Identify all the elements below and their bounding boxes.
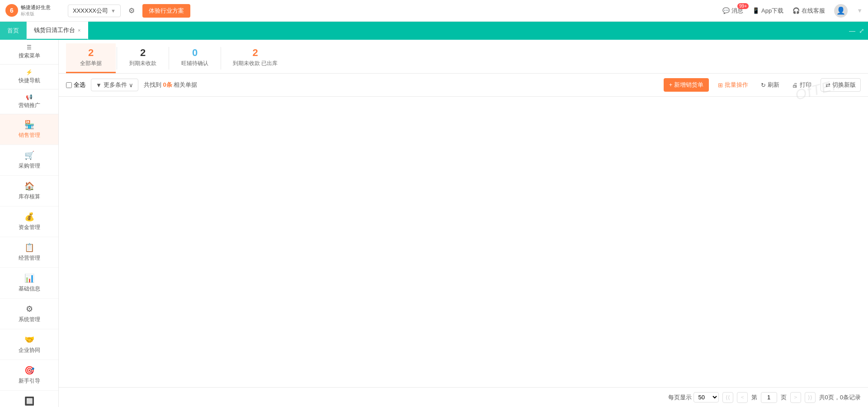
close-icon[interactable]: × — [78, 28, 80, 33]
message-badge: 99+ — [737, 3, 749, 9]
batch-label: 批量操作 — [725, 81, 748, 89]
sidebar-item-purchase[interactable]: 🛒 采购管理 — [0, 145, 58, 176]
service-icon: 🎧 — [793, 7, 800, 14]
purchase-icon: 🛒 — [24, 150, 34, 160]
add-order-button[interactable]: + 新增销货单 — [664, 78, 709, 92]
online-service-item[interactable]: 🎧 在线客服 — [793, 7, 825, 15]
tab-active[interactable]: 钱货日清工作台 × — [27, 22, 88, 40]
sidebar-item-operations[interactable]: 📋 经营管理 — [0, 237, 58, 268]
marketing-icon: 📢 — [26, 94, 33, 100]
app-download-label: App下载 — [761, 7, 783, 15]
batch-operation-button[interactable]: ⊞ 批量操作 — [714, 79, 752, 91]
company-selector[interactable]: XXXXXX公司 ▼ — [68, 5, 121, 17]
top-header: 6 畅捷通好生意 标准版 XXXXXX公司 ▼ ⚙ 体验行业方案 💬 消息 99… — [0, 0, 868, 22]
minimize-icon[interactable]: — — [849, 27, 855, 34]
sidebar-quick-nav-label: 快捷导航 — [19, 77, 40, 84]
filter-icon: ▼ — [96, 82, 102, 89]
total-info: 共0页，0条记录 — [819, 393, 861, 402]
stat-number-2: 0 — [192, 47, 198, 59]
tab-home[interactable]: 首页 — [0, 22, 27, 40]
company-name: XXXXXX公司 — [73, 7, 108, 15]
app-center-icon: 🔲 — [24, 396, 34, 406]
print-label: 打印 — [800, 81, 811, 89]
stat-tab-1[interactable]: 2 到期未收款 — [118, 43, 168, 73]
sidebar-enterprise-label: 企业协同 — [19, 346, 40, 354]
enterprise-icon: 🤝 — [24, 335, 34, 345]
sidebar-item-inventory[interactable]: 🏠 库存核算 — [0, 176, 58, 206]
page-suffix: 页 — [781, 393, 787, 402]
print-button[interactable]: 🖨 打印 — [788, 79, 815, 91]
online-service-label: 在线客服 — [802, 7, 825, 15]
sidebar-item-search[interactable]: ☰ 搜索菜单 — [0, 40, 58, 65]
nav-tabs: 首页 钱货日清工作台 × — ⤢ — [0, 22, 868, 40]
stat-tab-3[interactable]: 2 到期未收款 已出库 — [222, 43, 288, 73]
message-item[interactable]: 💬 消息 99+ — [722, 7, 743, 15]
filter-button[interactable]: ▼ 更多条件 ∨ — [91, 79, 138, 91]
sidebar-item-quick-nav[interactable]: ⚡ 快捷导航 — [0, 65, 58, 89]
per-page-dropdown[interactable]: 50 100 200 — [693, 392, 719, 402]
sidebar-item-basic[interactable]: 📊 基础信息 — [0, 268, 58, 299]
sidebar-item-app-center[interactable]: 🔲 应用中心 — [0, 391, 58, 407]
sidebar-basic-label: 基础信息 — [19, 285, 40, 293]
sidebar-item-enterprise[interactable]: 🤝 企业协同 — [0, 329, 58, 360]
guide-icon: 🎯 — [24, 365, 34, 375]
trial-button[interactable]: 体验行业方案 — [142, 4, 190, 18]
app-download-item[interactable]: 📱 App下载 — [752, 7, 783, 15]
switch-version-button[interactable]: ⇄ 切换新版 — [821, 78, 861, 92]
stat-tab-2[interactable]: 0 旺辅待确认 — [170, 43, 220, 73]
settings-icon[interactable]: ⚙ — [124, 4, 139, 18]
print-icon: 🖨 — [792, 82, 798, 89]
filter-label: 更多条件 — [104, 81, 127, 89]
stat-tab-0[interactable]: 2 全部单据 — [66, 43, 116, 73]
header-right: 💬 消息 99+ 📱 App下载 🎧 在线客服 👤 ▼ — [722, 4, 863, 18]
avatar[interactable]: 👤 — [834, 4, 848, 18]
tab-home-label: 首页 — [7, 27, 19, 35]
chevron-down-icon: ▼ — [111, 8, 116, 14]
content-area: 2 全部单据 2 到期未收款 0 旺辅待确认 2 到期未收款 已出库 — [59, 40, 868, 407]
stat-number-0: 2 — [88, 47, 94, 59]
switch-label: 切换新版 — [832, 81, 856, 89]
sidebar-search-label: 搜索菜单 — [19, 52, 40, 60]
logo-icon: 6 — [5, 4, 18, 17]
sidebar-purchase-label: 采购管理 — [19, 162, 40, 170]
search-icon: ☰ — [27, 44, 32, 51]
batch-icon: ⊞ — [718, 82, 723, 89]
logo-area: 6 畅捷通好生意 标准版 — [5, 4, 64, 17]
next-page-button[interactable]: ＞ — [790, 392, 801, 403]
refresh-button[interactable]: ↻ 刷新 — [757, 79, 783, 91]
stat-divider-1 — [117, 47, 117, 70]
toolbar: 全选 ▼ 更多条件 ∨ 共找到 0条 相关单据 + 新增销货单 ⊞ 批量操作 ↻ — [59, 74, 868, 97]
sidebar-item-sales[interactable]: 🏪 销售管理 — [0, 114, 58, 145]
refresh-label: 刷新 — [768, 81, 779, 89]
stat-divider-2 — [169, 47, 169, 70]
download-icon: 📱 — [752, 7, 760, 14]
last-page-button[interactable]: ⟩⟩ — [805, 392, 816, 403]
basic-icon: 📊 — [24, 273, 34, 283]
user-menu[interactable]: ▼ — [857, 7, 863, 14]
prev-page-button[interactable]: ＜ — [737, 392, 748, 403]
pagination: 每页显示 50 100 200 ⟨⟨ ＜ 第 页 ＞ ⟩⟩ 共0页，0条记录 — [59, 387, 868, 407]
sidebar-operations-label: 经营管理 — [19, 254, 40, 262]
inventory-icon: 🏠 — [24, 181, 34, 191]
switch-icon: ⇄ — [826, 82, 830, 89]
page-size-select: 每页显示 50 100 200 — [668, 392, 719, 402]
sidebar-item-system[interactable]: ⚙ 系统管理 — [0, 299, 58, 329]
select-all-input[interactable] — [66, 82, 72, 88]
stat-label-2: 旺辅待确认 — [181, 60, 208, 67]
maximize-icon[interactable]: ⤢ — [859, 27, 864, 34]
tab-actions: — ⤢ — [849, 27, 868, 34]
stat-label-1: 到期未收款 — [129, 60, 156, 67]
stat-label-0: 全部单据 — [80, 60, 102, 67]
page-number-input[interactable] — [761, 392, 777, 403]
sidebar-item-capital[interactable]: 💰 资金管理 — [0, 206, 58, 237]
found-count: 0条 — [163, 81, 172, 88]
stat-number-1: 2 — [140, 47, 146, 59]
sidebar-item-guide[interactable]: 🎯 新手引导 — [0, 360, 58, 391]
sidebar-system-label: 系统管理 — [19, 316, 40, 323]
sidebar-item-marketing[interactable]: 📢 营销推广 — [0, 89, 58, 114]
app-name: 畅捷通好生意 — [21, 4, 51, 10]
select-all-checkbox[interactable]: 全选 — [66, 81, 85, 89]
found-suffix: 相关单据 — [174, 81, 197, 88]
first-page-button[interactable]: ⟨⟨ — [722, 392, 733, 403]
quick-nav-icon: ⚡ — [26, 69, 33, 75]
